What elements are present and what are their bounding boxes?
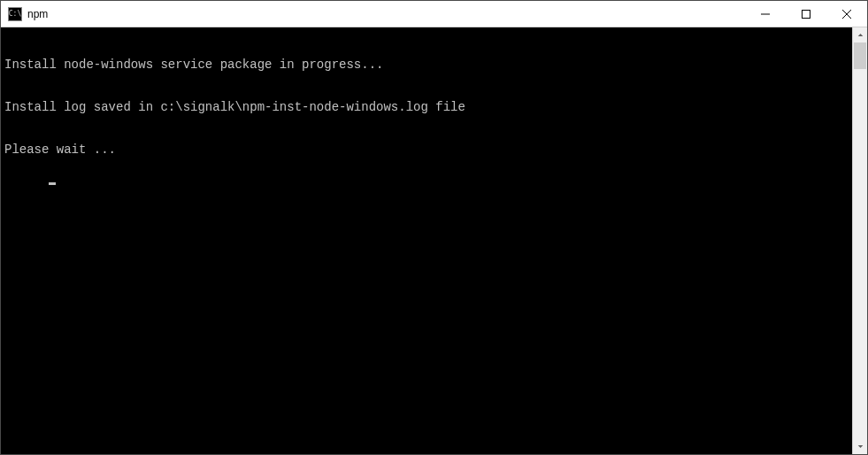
titlebar[interactable]: C:\ npm [1,1,867,27]
app-icon: C:\ [8,7,22,21]
scroll-thumb[interactable] [854,42,866,69]
window-title: npm [27,8,745,20]
minimize-button[interactable] [745,1,786,27]
content-area: Install node-windows service package in … [1,27,867,454]
scroll-down-button[interactable] [853,439,867,454]
scroll-up-button[interactable] [853,27,867,42]
maximize-button[interactable] [786,1,826,27]
close-button[interactable] [826,1,867,27]
svg-rect-1 [803,10,810,18]
terminal-line: Install log saved in c:\signalk\npm-inst… [4,100,849,114]
terminal-line: Please wait ... [4,143,849,157]
close-icon [842,10,851,19]
app-icon-text: C:\ [9,11,21,18]
minimize-icon [761,10,770,19]
window-controls [745,1,867,27]
console-window: C:\ npm Install node-wi [0,0,868,455]
scroll-track[interactable] [853,42,867,439]
cursor [49,182,56,185]
chevron-up-icon [857,32,864,38]
terminal-line: Install node-windows service package in … [4,58,849,72]
terminal-output[interactable]: Install node-windows service package in … [1,27,852,454]
vertical-scrollbar[interactable] [852,27,867,454]
maximize-icon [802,10,810,19]
chevron-down-icon [857,443,864,450]
